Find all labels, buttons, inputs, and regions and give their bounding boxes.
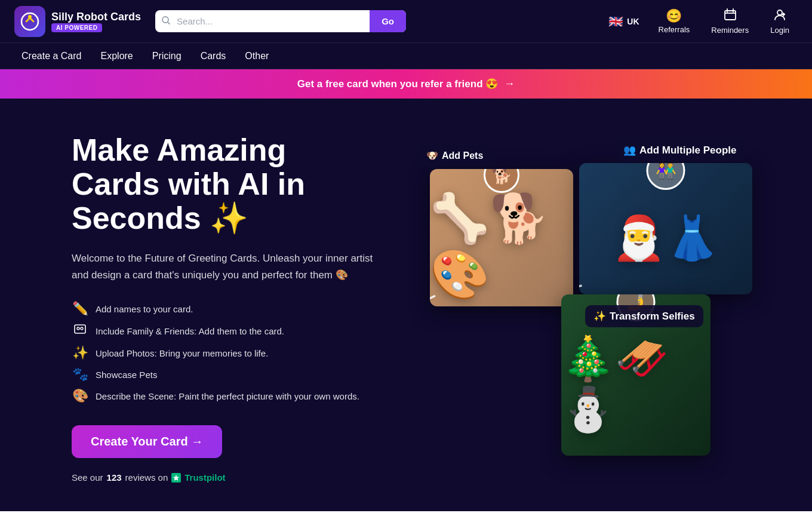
- hero-left: Make Amazing Cards with AI in Seconds ✨ …: [72, 127, 382, 483]
- promo-arrow: →: [504, 78, 515, 90]
- go-button[interactable]: Go: [370, 10, 406, 32]
- pets-label-icon: 🐶: [426, 150, 438, 161]
- svg-rect-4: [725, 11, 736, 20]
- hero-title: Make Amazing Cards with AI in Seconds ✨: [72, 133, 382, 236]
- svg-marker-13: [173, 475, 179, 481]
- trustpilot-label-text: Trustpilot: [184, 472, 225, 483]
- nav-item-create-a-card[interactable]: Create a Card: [14, 48, 89, 64]
- card-pets: 🐕 ↙ 🦴🐕🎨: [430, 169, 573, 306]
- hero-section: Make Amazing Cards with AI in Seconds ✨ …: [0, 99, 812, 511]
- feature-icon-1: ✏️: [72, 301, 88, 317]
- nav-item-other[interactable]: Other: [238, 48, 276, 64]
- feature-item-3: ✨ Upload Photos: Bring your memories to …: [72, 345, 382, 361]
- main-nav: Create a Card Explore Pricing Cards Othe…: [0, 43, 812, 69]
- people-label-text: Add Multiple People: [639, 145, 736, 156]
- reminders-icon: [724, 8, 737, 24]
- people-label-icon: 👥: [623, 144, 636, 156]
- header-right: 🇬🇧 UK 😊 Referrals Reminders: [602, 3, 798, 39]
- create-card-button[interactable]: Create Your Card →: [72, 425, 222, 458]
- svg-point-11: [77, 327, 79, 330]
- brand-name: Silly Robot Cards: [51, 11, 141, 23]
- nav-item-pricing[interactable]: Pricing: [145, 48, 189, 64]
- referrals-label: Referrals: [659, 25, 690, 34]
- svg-point-1: [28, 15, 32, 19]
- selfies-label-icon: ✨: [593, 310, 606, 322]
- feature-item-5: 🎨 Describe the Scene: Paint the perfect …: [72, 388, 382, 404]
- referrals-button[interactable]: 😊 Referrals: [650, 4, 699, 39]
- trustpilot-area: See our 123 reviews on Trustpilot: [72, 472, 382, 483]
- header: Silly Robot Cards AI POWERED Go 🇬🇧 UK 😊 …: [0, 0, 812, 43]
- feature-text-2: Include Family & Friends: Add them to th…: [96, 326, 284, 336]
- feature-text-1: Add names to your card.: [96, 304, 193, 314]
- trustpilot-link[interactable]: Trustpilot: [171, 472, 225, 483]
- flag-icon: 🇬🇧: [608, 14, 623, 29]
- login-label: Login: [770, 26, 789, 35]
- feature-icon-3: ✨: [72, 345, 88, 361]
- feature-icon-2: [72, 322, 88, 339]
- login-button[interactable]: Login: [762, 3, 798, 39]
- card-people: 👫 ↙ 🎅👗: [579, 163, 752, 294]
- search-wrapper: Go: [155, 10, 406, 32]
- nav-item-explore[interactable]: Explore: [94, 48, 140, 64]
- features-list: ✏️ Add names to your card. Include Famil…: [72, 301, 382, 404]
- pets-label-text: Add Pets: [442, 150, 483, 161]
- svg-rect-10: [75, 325, 85, 333]
- logo-link[interactable]: Silly Robot Cards AI POWERED: [14, 6, 141, 37]
- feature-item-1: ✏️ Add names to your card.: [72, 301, 382, 317]
- svg-point-8: [777, 10, 782, 15]
- reminders-button[interactable]: Reminders: [703, 3, 757, 39]
- logo-text: Silly Robot Cards AI POWERED: [51, 11, 141, 32]
- search-input[interactable]: [177, 10, 370, 32]
- label-add-pets: 🐶 Add Pets: [418, 145, 491, 166]
- login-icon: [773, 8, 786, 24]
- feature-text-3: Upload Photos: Bring your memories to li…: [96, 348, 268, 358]
- nav-item-cards[interactable]: Cards: [193, 48, 233, 64]
- hero-right: 🐶 Add Pets 🐕 ↙ 🦴🐕🎨 👥 Add Multiple People…: [406, 127, 764, 462]
- search-area: Go: [155, 10, 406, 32]
- feature-icon-4: 🐾: [72, 367, 88, 382]
- svg-line-3: [168, 21, 170, 23]
- locale-label: UK: [627, 17, 639, 26]
- promo-text: Get a free card when you refer a friend …: [297, 78, 499, 90]
- reminders-label: Reminders: [711, 26, 749, 35]
- feature-icon-5: 🎨: [72, 388, 88, 404]
- feature-text-4: Showcase Pets: [96, 370, 157, 380]
- hero-subtitle: Welcome to the Future of Greeting Cards.…: [72, 250, 382, 285]
- feature-text-5: Describe the Scene: Paint the perfect pi…: [96, 391, 359, 401]
- label-add-people: 👥 Add Multiple People: [615, 139, 745, 161]
- trustpilot-mid: reviews on: [125, 472, 168, 483]
- trustpilot-prefix: See our: [72, 472, 103, 483]
- feature-item-2: Include Family & Friends: Add them to th…: [72, 322, 382, 339]
- svg-point-12: [81, 327, 83, 330]
- logo-icon: [14, 6, 45, 37]
- review-count: 123: [107, 472, 122, 483]
- selfies-label-text: Transform Selfies: [610, 311, 695, 322]
- feature-item-4: 🐾 Showcase Pets: [72, 367, 382, 382]
- referrals-icon: 😊: [666, 8, 682, 24]
- promo-banner[interactable]: Get a free card when you refer a friend …: [0, 69, 812, 99]
- label-transform-selfies: ✨ Transform Selfies: [585, 305, 703, 327]
- ai-badge: AI POWERED: [51, 23, 102, 32]
- search-icon: [155, 16, 177, 27]
- locale-selector[interactable]: 🇬🇧 UK: [602, 11, 645, 32]
